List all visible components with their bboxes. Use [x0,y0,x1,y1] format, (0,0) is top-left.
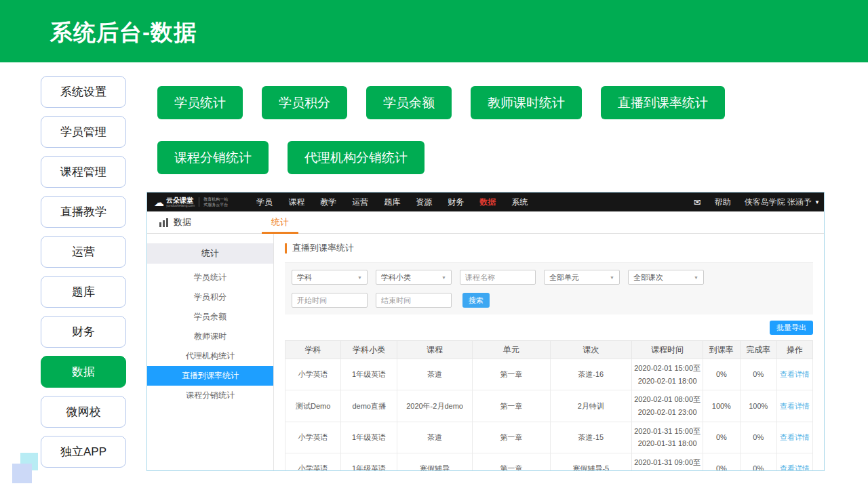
sidebar: 系统设置 学员管理 课程管理 直播教学 运营 题库 财务 数据 微网校 独立AP… [41,76,126,468]
quick-btn-course-distribution[interactable]: 课程分销统计 [157,141,269,174]
chevron-down-icon: ▼ [694,275,698,280]
sidebar-item-standalone-app[interactable]: 独立APP [41,436,126,468]
view-details-link[interactable]: 查看详情 [780,370,810,378]
table-row: 小学英语 1年级英语 茶道 第一章 茶道-16 2020-02-01 15:00… [285,359,813,390]
sidebar-item-micro-school[interactable]: 微网校 [41,396,126,428]
title-accent-bar [285,243,287,253]
col-actions: 操作 [777,341,813,359]
menu-item-student-balance[interactable]: 学员余额 [147,307,273,327]
nav-item-question-bank[interactable]: 题库 [384,197,400,208]
bar-chart-icon [159,218,169,227]
logo-divider [199,197,199,207]
view-details-link[interactable]: 查看详情 [780,402,810,410]
unit-select[interactable]: 全部单元▼ [544,270,620,285]
quick-btn-teacher-hours[interactable]: 教师课时统计 [471,86,582,119]
breadcrumb-label: 数据 [174,216,191,228]
page-title: 系统后台-数据 [0,0,868,48]
help-link[interactable]: 帮助 [715,197,731,208]
col-completion-rate: 完成率 [740,341,776,359]
table-row: 测试Demo demo直播 2020年-2月demo 第一章 2月特训 2020… [285,390,813,422]
account-name: 侠客岛学院 张涵予 [745,197,812,208]
nav-item-students[interactable]: 学员 [256,197,273,208]
table-header-row: 学科 学科小类 课程 单元 课次 课程时间 到课率 完成率 操作 [285,341,813,359]
menu-item-agency-stats[interactable]: 代理机构统计 [147,346,273,366]
view-details-link[interactable]: 查看详情 [780,464,810,471]
subject-select[interactable]: 学科▼ [292,270,368,285]
logo-url: yunduoketang.com [166,204,195,208]
tab-statistics[interactable]: 统计 [271,211,289,234]
chevron-down-icon: ▼ [441,275,446,280]
page-banner: 系统后台-数据 [0,0,868,62]
logo-tagline: 教育机构一站 式服务云平台 [203,197,228,208]
course-name-input[interactable] [460,270,536,285]
table-row: 小学英语 1年级英语 寒假辅导 第一章 寒假辅导-5 2020-01-31 09… [285,453,813,471]
quick-btn-student-balance[interactable]: 学员余额 [366,86,452,119]
chevron-down-icon: ▼ [814,199,820,205]
tab-active-underline [262,232,298,234]
quick-btn-agency-distribution[interactable]: 代理机构分销统计 [288,141,425,174]
col-subject: 学科 [285,341,341,359]
sidebar-item-finance[interactable]: 财务 [41,316,126,348]
app-navbar: ☁ 云朵课堂 yunduoketang.com 教育机构一站 式服务云平台 学员… [147,192,824,211]
view-details-link[interactable]: 查看详情 [780,433,810,441]
stats-menu: 统计 学员统计 学员积分 学员余额 教师课时 代理机构统计 直播到课率统计 课程… [147,234,274,471]
col-lesson: 课次 [550,341,632,359]
quick-btn-student-points[interactable]: 学员积分 [262,86,347,119]
menu-item-course-distribution[interactable]: 课程分销统计 [147,386,273,405]
nav-item-finance[interactable]: 财务 [448,197,464,208]
quick-btn-student-stats[interactable]: 学员统计 [157,86,243,119]
navbar-right: ✉ 帮助 侠客岛学院 张涵予 ▼ [694,197,824,208]
nav-item-system[interactable]: 系统 [511,197,528,208]
subheader: 数据 统计 [147,211,824,234]
col-course: 课程 [397,341,472,359]
sidebar-item-course-mgmt[interactable]: 课程管理 [41,156,126,188]
batch-export-button[interactable]: 批量导出 [770,321,813,335]
end-time-input[interactable] [376,293,452,308]
sidebar-item-live-teaching[interactable]: 直播教学 [41,196,126,228]
breadcrumb: 数据 [159,216,191,228]
stats-menu-header: 统计 [147,243,273,264]
chevron-down-icon: ▼ [610,275,614,280]
stats-panel: 直播到课率统计 学科▼ 学科小类▼ 全部单元▼ 全部课次▼ [274,234,824,471]
app-screenshot: ☁ 云朵课堂 yunduoketang.com 教育机构一站 式服务云平台 学员… [146,192,825,471]
col-attendance-rate: 到课率 [703,341,740,359]
subject-subcategory-select[interactable]: 学科小类▼ [376,270,452,285]
col-subject-sub: 学科小类 [341,341,397,359]
mail-icon[interactable]: ✉ [694,197,701,207]
panel-title: 直播到课率统计 [285,242,813,263]
account-menu[interactable]: 侠客岛学院 张涵予 ▼ [745,197,820,208]
menu-item-live-attendance[interactable]: 直播到课率统计 [147,366,273,386]
sidebar-item-question-bank[interactable]: 题库 [41,276,126,308]
sidebar-item-student-mgmt[interactable]: 学员管理 [41,116,126,148]
export-row: 批量导出 [285,314,813,340]
cloud-logo-icon: ☁ [154,197,164,207]
filter-section: 学科▼ 学科小类▼ 全部单元▼ 全部课次▼ 搜索 [285,263,813,314]
menu-item-teacher-hours[interactable]: 教师课时 [147,327,273,346]
search-button[interactable]: 搜索 [462,293,490,308]
decoration-square-lavender [12,464,32,483]
attendance-table: 学科 学科小类 课程 单元 课次 课程时间 到课率 完成率 操作 小学英语 1年 [285,340,813,471]
quick-btn-live-attendance[interactable]: 直播到课率统计 [601,86,725,119]
col-time: 课程时间 [632,341,703,359]
app-nav-menu: 学员 课程 教学 运营 题库 资源 财务 数据 系统 [256,197,528,208]
menu-item-student-stats[interactable]: 学员统计 [147,268,273,287]
nav-item-teaching[interactable]: 教学 [320,197,336,208]
nav-item-data[interactable]: 数据 [479,197,496,208]
col-unit: 单元 [473,341,550,359]
quick-buttons: 学员统计 学员积分 学员余额 教师课时统计 直播到课率统计 课程分销统计 代理机… [157,86,725,196]
app-logo[interactable]: ☁ 云朵课堂 yunduoketang.com 教育机构一站 式服务云平台 [147,197,228,208]
lesson-select[interactable]: 全部课次▼ [628,270,704,285]
menu-item-student-points[interactable]: 学员积分 [147,287,273,307]
start-time-input[interactable] [292,293,368,308]
nav-item-operation[interactable]: 运营 [352,197,368,208]
nav-item-resources[interactable]: 资源 [416,197,432,208]
sidebar-item-data[interactable]: 数据 [41,356,126,388]
sidebar-item-system-settings[interactable]: 系统设置 [41,76,126,108]
chevron-down-icon: ▼ [357,275,362,280]
sidebar-item-operation[interactable]: 运营 [41,236,126,268]
table-row: 小学英语 1年级英语 茶道 第一章 茶道-15 2020-01-31 15:00… [285,422,813,453]
nav-item-courses[interactable]: 课程 [288,197,304,208]
